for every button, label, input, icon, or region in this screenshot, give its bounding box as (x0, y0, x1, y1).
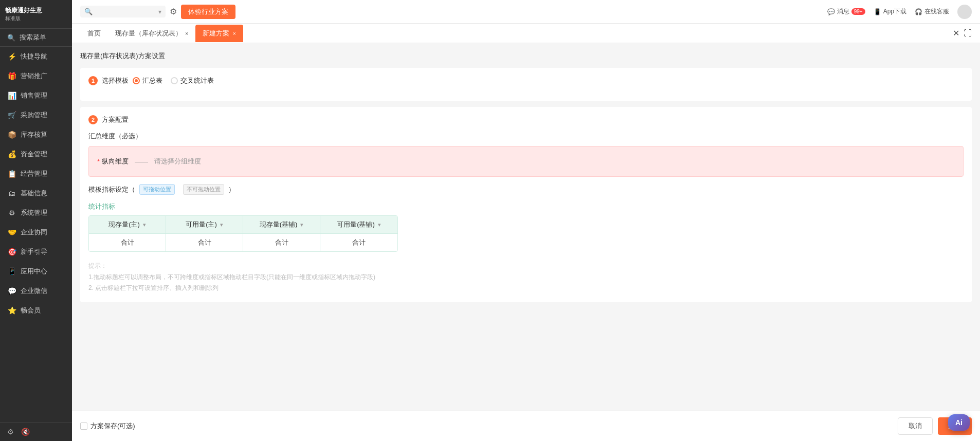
messages-badge: 99+ (851, 8, 865, 15)
close-window-icon[interactable]: ✕ (953, 28, 959, 38)
save-scheme-wrap[interactable]: 方案保存(可选) (80, 421, 135, 431)
vertical-dimension-label: 纵向维度 (102, 157, 129, 166)
sound-icon[interactable]: 🔇 (21, 428, 30, 436)
save-scheme-label: 方案保存(可选) (90, 421, 135, 431)
online-service-item[interactable]: 🎧 在线客服 (915, 7, 949, 16)
non-draggable-badge: 不可拖动位置 (183, 184, 224, 195)
page-title: 现存量(库存状况表)方案设置 (80, 51, 972, 61)
purchase-icon: 🛒 (7, 111, 16, 120)
home-tab-label: 首页 (87, 29, 101, 38)
sidebar-item-cooperation[interactable]: 🤝 企业协同 (0, 223, 72, 242)
sidebar-item-guide[interactable]: 🎯 新手引导 (0, 242, 72, 262)
topbar-gear-icon[interactable]: ⚙ (170, 7, 177, 16)
radio-cross-circle (171, 77, 178, 84)
topbar-search-input[interactable] (95, 8, 156, 15)
stats-col-header-label-3: 可用量(基辅) (337, 220, 375, 229)
tab-inventory[interactable]: 现存量（库存状况表） × (108, 25, 195, 42)
sidebar-item-label: 基础信息 (21, 189, 47, 198)
step1-section: 1 选择模板 汇总表 交叉统计表 (80, 68, 972, 101)
bottom-actions: 方案保存(可选) 取消 查询 (72, 411, 980, 441)
sales-icon: 📊 (7, 91, 16, 100)
sidebar-item-label: 应用中心 (21, 267, 47, 276)
ai-bubble[interactable]: Ai (948, 414, 970, 431)
stats-table: 现存量(主) ▾ 合计 可用量(主) ▾ 合计 (88, 215, 398, 252)
sidebar-item-label: 库存核算 (21, 130, 47, 139)
tips-title: 提示： (88, 262, 107, 269)
radio-summary[interactable]: 汇总表 (133, 76, 162, 85)
stats-col-header-1[interactable]: 可用量(主) ▾ (166, 216, 243, 234)
stats-col-cell-0: 合计 (89, 234, 166, 251)
sidebar-item-member[interactable]: ⭐ 畅会员 (0, 301, 72, 320)
stats-section-label: 统计指标 (88, 202, 964, 211)
system-icon: ⚙ (7, 208, 16, 217)
cancel-button[interactable]: 取消 (898, 417, 933, 435)
step2-header: 2 方案配置 (88, 115, 964, 124)
step2-section: 2 方案配置 汇总维度（必选） * 纵向维度 —— 请选择分组维度 模板指标设定… (80, 107, 972, 302)
topbar-left: 🔍 ▾ ⚙ 体验行业方案 (80, 5, 822, 19)
sidebar-item-system[interactable]: ⚙ 系统管理 (0, 203, 72, 223)
inventory-tab-label: 现存量（库存状况表） (115, 29, 182, 38)
template-radio-group: 汇总表 交叉统计表 (133, 76, 214, 85)
sidebar-item-label: 企业微信 (21, 286, 47, 296)
content-area: 现存量(库存状况表)方案设置 1 选择模板 汇总表 交叉统计表 (72, 43, 980, 411)
sidebar-search[interactable]: 🔍 搜索菜单 (0, 29, 72, 47)
search-icon: 🔍 (7, 34, 15, 42)
sidebar-logo: 畅康通好生意 标准版 (0, 0, 72, 29)
sidebar-item-label: 快捷导航 (21, 52, 47, 61)
trial-industry-button[interactable]: 体验行业方案 (181, 5, 235, 19)
col-chevron-3: ▾ (378, 222, 381, 228)
sidebar-item-operations[interactable]: 📋 经营管理 (0, 164, 72, 183)
draggable-badge: 可拖动位置 (139, 184, 175, 195)
sidebar-item-label: 销售管理 (21, 91, 47, 100)
stats-col-header-3[interactable]: 可用量(基辅) ▾ (320, 216, 397, 234)
sidebar-item-basic[interactable]: 🗂 基础信息 (0, 183, 72, 203)
sidebar-item-purchase[interactable]: 🛒 采购管理 (0, 105, 72, 125)
topbar-search-icon: 🔍 (84, 8, 93, 15)
radio-cross[interactable]: 交叉统计表 (171, 76, 214, 85)
tip-2: 2. 点击标题栏下拉可设置排序、插入列和删除列 (88, 283, 964, 294)
step2-title: 方案配置 (102, 115, 129, 124)
tab-new-scheme[interactable]: 新建方案 × (195, 25, 243, 42)
sidebar-item-label: 采购管理 (21, 111, 47, 120)
tab-home[interactable]: 首页 (80, 25, 108, 42)
sidebar-item-inventory[interactable]: 📦 库存核算 (0, 125, 72, 144)
stats-col-2: 现存量(基辅) ▾ 合计 (243, 216, 320, 251)
stats-col-header-2[interactable]: 现存量(基辅) ▾ (243, 216, 320, 234)
messages-item[interactable]: 💬 消息 99+ (827, 7, 865, 16)
sidebar-item-sales[interactable]: 📊 销售管理 (0, 86, 72, 105)
marketing-icon: 🎁 (7, 71, 16, 81)
sidebar-item-label: 营销推广 (21, 71, 47, 81)
topbar-search-wrap[interactable]: 🔍 ▾ (80, 6, 166, 17)
sidebar-item-wechat[interactable]: 💬 企业微信 (0, 281, 72, 301)
search-label: 搜索菜单 (20, 33, 46, 42)
headset-icon: 🎧 (915, 8, 922, 15)
settings-icon[interactable]: ⚙ (7, 428, 14, 436)
col-chevron-2: ▾ (300, 222, 303, 228)
user-avatar[interactable] (957, 5, 972, 19)
dimension-label: 汇总维度（必选） (88, 132, 964, 141)
stats-col-3: 可用量(基辅) ▾ 合计 (320, 216, 397, 251)
step1-header: 1 选择模板 汇总表 交叉统计表 (88, 76, 964, 85)
sidebar-item-label: 系统管理 (21, 208, 47, 217)
topbar-right: 💬 消息 99+ 📱 App下载 🎧 在线客服 (827, 5, 972, 19)
save-scheme-checkbox[interactable] (80, 422, 87, 430)
stats-col-header-0[interactable]: 现存量(主) ▾ (89, 216, 166, 234)
guide-icon: 🎯 (7, 247, 16, 256)
sidebar-item-label: 经营管理 (21, 169, 47, 178)
app-download-item[interactable]: 📱 App下载 (874, 7, 906, 16)
new-scheme-tab-close-icon[interactable]: × (232, 30, 235, 36)
expand-window-icon[interactable]: ⛶ (964, 29, 972, 38)
sidebar-item-label: 企业协同 (21, 228, 47, 237)
indicator-label-text: 模板指标设定（ (88, 185, 135, 194)
sidebar-item-label: 畅会员 (21, 306, 41, 315)
sidebar-item-marketing[interactable]: 🎁 营销推广 (0, 66, 72, 86)
sidebar-item-app-center[interactable]: 📱 应用中心 (0, 262, 72, 281)
sidebar-nav: ⚡ 快捷导航 🎁 营销推广 📊 销售管理 🛒 采购管理 📦 库存核算 💰 资金管… (0, 47, 72, 422)
quick-nav-icon: ⚡ (7, 52, 16, 61)
sidebar-item-quick-nav[interactable]: ⚡ 快捷导航 (0, 47, 72, 66)
app-subtitle: 标准版 (5, 15, 67, 22)
inventory-tab-close-icon[interactable]: × (185, 30, 188, 36)
tips-area: 提示： 1.拖动标题栏可以调整布局，不可跨维度或指标区域拖动栏目字段(只能在同一… (88, 261, 964, 294)
sidebar-item-finance[interactable]: 💰 资金管理 (0, 144, 72, 164)
step2-badge: 2 (88, 115, 98, 124)
